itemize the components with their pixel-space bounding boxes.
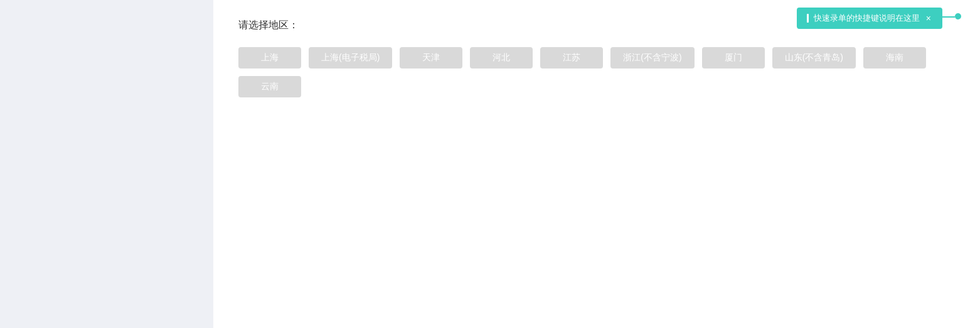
region-btn-jiangsu[interactable]: 江苏 bbox=[540, 47, 603, 68]
main-content: 请选择地区： 上海上海(电子税局)天津河北江苏浙江(不含宁波)厦门山东(不含青岛… bbox=[213, 0, 980, 328]
region-btn-zhejiang[interactable]: 浙江(不含宁波) bbox=[610, 47, 694, 68]
tooltip-banner: 快速录单的快捷键说明在这里 × bbox=[797, 8, 942, 29]
connector-line bbox=[942, 16, 955, 18]
region-buttons-container: 上海上海(电子税局)天津河北江苏浙江(不含宁波)厦门山东(不含青岛)海南云南 bbox=[238, 47, 955, 97]
region-btn-shanghai[interactable]: 上海 bbox=[238, 47, 301, 68]
tooltip-text: 快速录单的快捷键说明在这里 bbox=[814, 13, 920, 24]
bar-icon bbox=[807, 14, 809, 23]
dot-indicator bbox=[955, 13, 961, 19]
region-btn-xiamen[interactable]: 厦门 bbox=[702, 47, 765, 68]
region-btn-shandong[interactable]: 山东(不含青岛) bbox=[772, 47, 856, 68]
region-btn-shanghai-etax[interactable]: 上海(电子税局) bbox=[309, 47, 392, 68]
region-btn-yunnan[interactable]: 云南 bbox=[238, 76, 301, 97]
left-sidebar bbox=[0, 0, 213, 328]
region-btn-hainan[interactable]: 海南 bbox=[863, 47, 926, 68]
region-btn-hebei[interactable]: 河北 bbox=[470, 47, 533, 68]
tooltip-close-button[interactable]: × bbox=[925, 14, 932, 23]
region-btn-tianjin[interactable]: 天津 bbox=[400, 47, 462, 68]
